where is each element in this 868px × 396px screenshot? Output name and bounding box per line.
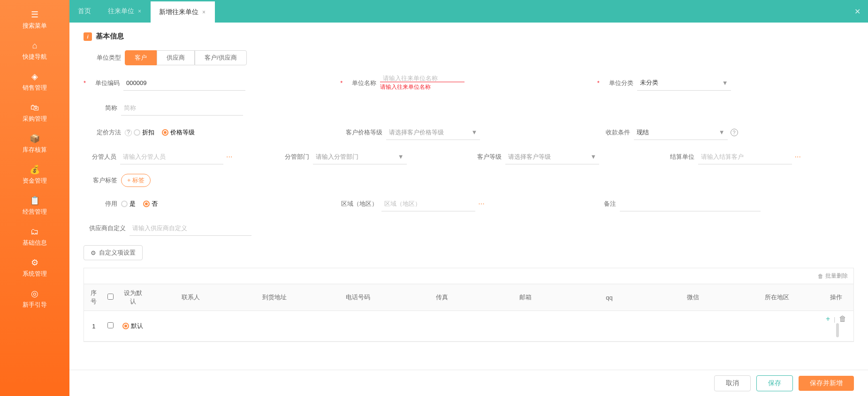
tab-bar-close-icon[interactable]: ✕ (854, 7, 860, 16)
region-input[interactable] (381, 196, 475, 211)
type-btn-both[interactable]: 客户/供应商 (195, 50, 247, 65)
manager-input[interactable] (120, 149, 223, 164)
row-fax[interactable] (400, 311, 484, 342)
region-more-btn[interactable]: ··· (475, 200, 487, 208)
row-region[interactable] (735, 311, 819, 342)
type-btn-customer[interactable]: 客户 (125, 50, 157, 65)
row-wechat[interactable] (651, 311, 735, 342)
content-area: i 基本信息 单位类型 客户 供应商 客户/供应商 * 单位编码 * (69, 23, 868, 370)
level-radio-circle (162, 129, 168, 136)
contact-input[interactable] (152, 323, 229, 330)
del-row-button[interactable]: 🗑 (839, 315, 846, 323)
disabled-radio-yes[interactable]: 是 (121, 200, 136, 208)
unit-type-label: 单位类型 (84, 54, 121, 62)
pricing-radio-level[interactable]: 价格等级 (162, 128, 195, 137)
customer-price-level-select[interactable]: 请选择客户价格等级 ▼ (386, 125, 480, 140)
remark-input[interactable] (620, 196, 761, 211)
row-address[interactable] (232, 311, 316, 342)
row-select-checkbox[interactable] (107, 322, 114, 328)
save-new-button[interactable]: 保存并新增 (799, 376, 854, 391)
col-action: 操作 (819, 284, 853, 311)
settlement-more-btn[interactable]: ··· (792, 153, 804, 161)
customer-level-select[interactable]: 请选择客户等级 ▼ (505, 149, 599, 164)
unit-category-select[interactable]: 未分类 ▼ (637, 76, 731, 91)
type-btn-supplier[interactable]: 供应商 (157, 50, 195, 65)
custom-settings-button[interactable]: ⚙ 自定义项设置 (84, 245, 143, 260)
customer-price-level-label: 客户价格等级 (340, 128, 382, 137)
sidebar-item-finance[interactable]: 💰 资金管理 (0, 159, 69, 190)
finance-icon: 💰 (30, 164, 40, 175)
unit-code-input[interactable] (123, 76, 245, 91)
sidebar-item-new-guide[interactable]: ◎ 新手引导 (0, 283, 69, 314)
cancel-button[interactable]: 取消 (714, 375, 751, 391)
row-region-input[interactable] (739, 323, 815, 330)
sidebar-item-operations[interactable]: 📋 经营管理 (0, 190, 69, 221)
row-default: 默认 (117, 311, 149, 342)
unit-category-label: 单位分类 (601, 79, 633, 87)
drag-handle[interactable] (836, 323, 839, 337)
cust-level-chevron: ▼ (590, 153, 596, 160)
short-name-field: 简称 (84, 101, 271, 116)
unit-name-wrapper: 请输入往来单位名称 (380, 75, 464, 91)
tab-new-trading-partner[interactable]: 新增往来单位 × (151, 0, 215, 23)
row-qq[interactable] (567, 311, 651, 342)
region-label: 区域（地区） (340, 200, 378, 208)
row-seq: 1 (84, 311, 104, 342)
payment-terms-help-icon[interactable]: ? (731, 129, 738, 136)
customer-tag-label: 客户标签 (84, 176, 117, 185)
row-contact[interactable] (149, 311, 233, 342)
quick-nav-icon: ⌂ (30, 40, 40, 51)
pricing-help-icon[interactable]: ? (125, 129, 132, 136)
fax-input[interactable] (404, 323, 480, 330)
row-email[interactable] (484, 311, 568, 342)
unit-name-error: 请输入往来单位名称 (380, 83, 464, 91)
disabled-yes-circle (121, 201, 128, 207)
col-contact: 联系人 (149, 284, 233, 311)
manager-more-btn[interactable]: ··· (223, 153, 235, 161)
tab-home[interactable]: 首页 (69, 0, 99, 23)
unit-type-btn-group: 客户 供应商 客户/供应商 (125, 50, 247, 65)
payment-terms-select[interactable]: 现结 ▼ (634, 125, 728, 140)
address-input[interactable] (236, 323, 312, 330)
sidebar-item-quick-nav[interactable]: ⌂ 快捷导航 (0, 35, 69, 66)
short-name-label: 简称 (84, 104, 117, 112)
save-button[interactable]: 保存 (756, 375, 793, 391)
email-input[interactable] (487, 323, 564, 330)
wechat-input[interactable] (655, 323, 731, 330)
contact-table-section: 🗑 批量删除 序号 设为默认 联系人 到货地址 电话号码 传真 邮箱 qq (84, 268, 854, 342)
add-tag-button[interactable]: + 标签 (121, 174, 151, 187)
department-select[interactable]: 请输入分管部门 ▼ (313, 149, 407, 164)
default-radio-item[interactable]: 默认 (121, 322, 145, 330)
sys-icon: ⚙ (30, 257, 40, 268)
qq-input[interactable] (571, 323, 647, 330)
sidebar-item-purchase-mgmt[interactable]: 🛍 采购管理 (0, 97, 69, 128)
tab-close-new-trading-partner[interactable]: × (201, 8, 206, 16)
short-name-input[interactable] (121, 101, 243, 116)
sidebar-item-sys-mgmt[interactable]: ⚙ 系统管理 (0, 252, 69, 283)
sidebar-item-label: 采购管理 (23, 115, 47, 123)
sidebar-item-basic-info[interactable]: 🗂 基础信息 (0, 221, 69, 252)
select-all-checkbox[interactable] (107, 294, 114, 300)
price-level-chevron: ▼ (471, 129, 477, 136)
disabled-radio-group: 是 否 (121, 200, 158, 208)
unit-name-input[interactable] (380, 75, 464, 82)
settlement-unit-input[interactable] (698, 149, 792, 164)
add-row-button[interactable]: + (826, 315, 830, 323)
phone-input[interactable] (320, 323, 396, 330)
region-field: 区域（地区） ··· (340, 196, 597, 211)
sidebar-item-search-menu[interactable]: ☰ 搜索菜单 (0, 4, 69, 35)
sidebar-item-sales-mgmt[interactable]: ◈ 销售管理 (0, 66, 69, 97)
sidebar: ☰ 搜索菜单 ⌂ 快捷导航 ◈ 销售管理 🛍 采购管理 📦 库存核算 💰 资金管… (0, 0, 69, 396)
tab-close-trading-partner[interactable]: × (137, 7, 142, 16)
dept-chevron: ▼ (398, 153, 404, 160)
pricing-radio-discount[interactable]: 折扣 (134, 128, 154, 137)
row-phone[interactable] (316, 311, 400, 342)
col-address: 到货地址 (232, 284, 316, 311)
supplier-custom-input[interactable] (129, 221, 251, 236)
sidebar-item-label: 基础信息 (23, 239, 47, 247)
sidebar-item-inventory[interactable]: 📦 库存核算 (0, 128, 69, 159)
col-phone: 电话号码 (316, 284, 400, 311)
batch-delete-button[interactable]: 🗑 批量删除 (818, 272, 848, 280)
tab-trading-partner[interactable]: 往来单位 × (99, 0, 151, 23)
disabled-radio-no[interactable]: 否 (143, 200, 158, 208)
